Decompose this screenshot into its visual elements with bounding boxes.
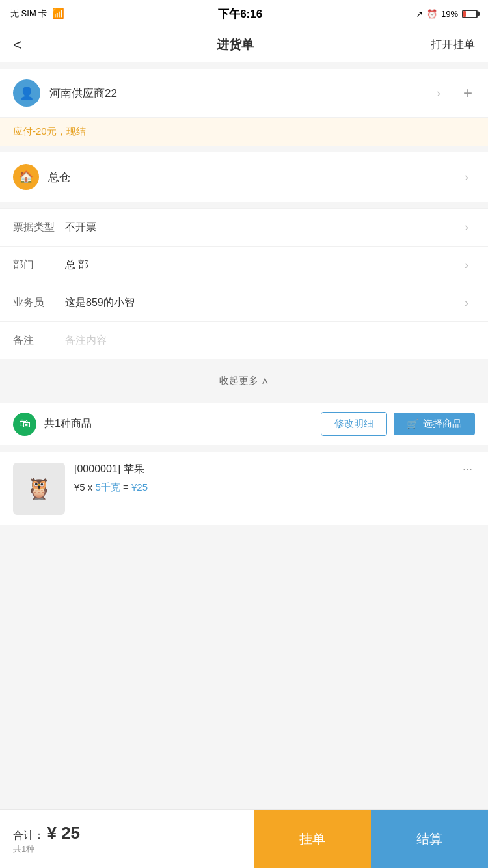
warehouse-icon: 🏠 — [13, 164, 39, 190]
collapse-label: 收起更多 ∧ — [219, 375, 269, 386]
hang-button[interactable]: 挂单 — [254, 810, 371, 869]
total-section: 合计： ¥ 25 共1种 — [0, 823, 254, 855]
product-count-icon: 🛍 — [13, 413, 36, 436]
product-header-card: 🛍 共1种商品 修改明细 🛒 选择商品 — [0, 403, 488, 445]
open-hang-button[interactable]: 打开挂单 — [431, 37, 475, 52]
sales-value: 这是859的小智 — [65, 296, 465, 310]
product-code: [0000001] — [74, 463, 120, 474]
add-supplier-button[interactable]: + — [461, 84, 475, 102]
status-left: 无 SIM 卡 📶 — [10, 8, 64, 20]
product-thumbnail: 🦉 — [13, 463, 65, 515]
product-price: ¥5 x 5千克 = ¥25 — [74, 481, 460, 494]
select-product-icon: 🛒 — [407, 418, 419, 430]
location-icon: ↗ — [416, 9, 423, 19]
total-count: 共1种 — [13, 843, 241, 855]
product-total: ¥25 — [131, 481, 148, 493]
warehouse-name: 总仓 — [48, 170, 465, 185]
checkout-button[interactable]: 结算 — [371, 810, 488, 869]
select-product-label: 选择商品 — [423, 418, 462, 430]
avatar-icon: 👤 — [20, 86, 34, 100]
carrier-label: 无 SIM 卡 — [10, 8, 47, 20]
time-label: 下午6:16 — [218, 7, 262, 21]
remark-row[interactable]: 备注 备注内容 — [0, 321, 488, 359]
invoice-value: 不开票 — [65, 221, 465, 234]
notice-text: 应付-20元，现结 — [13, 126, 86, 137]
invoice-label: 票据类型 — [13, 221, 65, 234]
sales-label: 业务员 — [13, 296, 65, 310]
status-right: ↗ ⏰ 19% — [416, 9, 478, 19]
form-card: 票据类型 不开票 › 部门 总 部 › 业务员 这是859的小智 › 备注 备注… — [0, 208, 488, 359]
dept-value: 总 部 — [65, 258, 465, 272]
product-unit-price: ¥5 — [74, 481, 85, 493]
dept-chevron-icon: › — [465, 258, 468, 272]
warehouse-row[interactable]: 🏠 总仓 › — [0, 152, 488, 202]
chevron-right-icon: › — [437, 87, 441, 100]
divider — [454, 83, 454, 103]
collapse-toggle[interactable]: 收起更多 ∧ — [0, 366, 488, 396]
product-image: 🦉 — [26, 476, 52, 501]
remark-label: 备注 — [13, 334, 65, 347]
cart-icon: 🛍 — [19, 417, 31, 431]
select-product-button[interactable]: 🛒 选择商品 — [394, 413, 475, 435]
alarm-icon: ⏰ — [427, 9, 437, 19]
product-header: 🛍 共1种商品 修改明细 🛒 选择商品 — [0, 403, 488, 445]
notice-bar: 应付-20元，现结 — [0, 118, 488, 146]
product-more-button[interactable]: ··· — [460, 463, 475, 476]
page-title: 进货单 — [217, 36, 254, 53]
product-quantity: 5千克 — [96, 481, 120, 493]
bottom-bar: 合计： ¥ 25 共1种 挂单 结算 — [0, 809, 488, 868]
product-item: 🦉 [0000001] 苹果 ¥5 x 5千克 = ¥25 ··· — [0, 452, 488, 525]
supplier-row[interactable]: 👤 河南供应商22 › + — [0, 69, 488, 118]
back-button[interactable]: < — [13, 36, 39, 54]
total-amount: ¥ 25 — [47, 823, 80, 843]
warehouse-card: 🏠 总仓 › — [0, 152, 488, 202]
battery-percent: 19% — [441, 9, 458, 19]
battery-icon — [462, 10, 478, 18]
edit-detail-button[interactable]: 修改明细 — [321, 412, 387, 436]
sales-row[interactable]: 业务员 这是859的小智 › — [0, 284, 488, 321]
status-bar: 无 SIM 卡 📶 下午6:16 ↗ ⏰ 19% — [0, 0, 488, 27]
product-count-text: 共1种商品 — [44, 417, 321, 431]
product-info: [0000001] 苹果 ¥5 x 5千克 = ¥25 — [74, 463, 460, 494]
dept-row[interactable]: 部门 总 部 › — [0, 246, 488, 284]
wifi-icon: 📶 — [52, 8, 64, 20]
product-title: 苹果 — [124, 463, 144, 474]
supplier-name: 河南供应商22 — [49, 86, 437, 101]
supplier-card: 👤 河南供应商22 › + 应付-20元，现结 — [0, 69, 488, 146]
invoice-chevron-icon: › — [465, 221, 468, 234]
product-name: [0000001] 苹果 — [74, 463, 460, 476]
warehouse-chevron-icon: › — [465, 170, 468, 184]
sales-chevron-icon: › — [465, 296, 468, 310]
nav-bar: < 进货单 打开挂单 — [0, 27, 488, 62]
avatar: 👤 — [13, 79, 40, 107]
content: 👤 河南供应商22 › + 应付-20元，现结 🏠 总仓 › 票据类型 不开票 … — [0, 69, 488, 590]
remark-input[interactable]: 备注内容 — [65, 334, 475, 347]
invoice-row[interactable]: 票据类型 不开票 › — [0, 208, 488, 246]
total-label: 合计： — [13, 830, 44, 841]
dept-label: 部门 — [13, 258, 65, 272]
